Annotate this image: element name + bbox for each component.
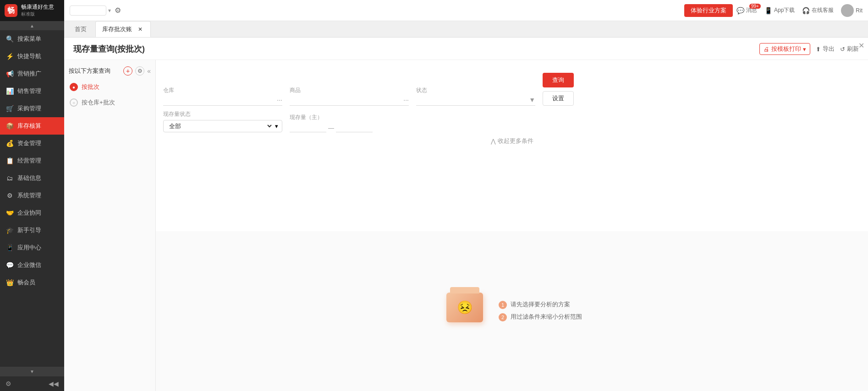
- warehouse-label: 仓库: [163, 87, 282, 94]
- tab-close-button[interactable]: ✕: [137, 26, 144, 33]
- filter-area: 仓库 ··· 商品 ···: [156, 60, 868, 231]
- app-center-icon: 📱: [5, 244, 14, 252]
- sidebar-item-system[interactable]: ⚙ 系统管理: [0, 187, 64, 204]
- home-tab-label: 首页: [75, 25, 87, 33]
- sidebar-scroll-up[interactable]: ▲: [0, 21, 64, 30]
- tip-1-text: 请先选择要分析的方案: [511, 300, 570, 309]
- sidebar-item-wechat[interactable]: 💬 企业微信: [0, 256, 64, 274]
- stock-status-select[interactable]: 全部 有库存 无库存: [167, 122, 273, 130]
- trial-button[interactable]: 体验行业方案: [684, 4, 733, 17]
- export-button[interactable]: ⬆ 导出: [816, 45, 835, 53]
- product-input[interactable]: [290, 97, 401, 103]
- breadcrumb-input[interactable]: [70, 5, 106, 16]
- sidebar-scroll-down[interactable]: ▼: [0, 367, 64, 376]
- range-dash: —: [328, 125, 334, 131]
- app-download-label: App下载: [774, 6, 795, 14]
- filter-status: 状态 ▼: [416, 87, 535, 106]
- stock-main-min-input[interactable]: [290, 123, 326, 132]
- collapse-sidebar-icon[interactable]: ◀◀: [49, 380, 59, 387]
- close-panel-button[interactable]: ✕: [858, 41, 864, 50]
- messages-action[interactable]: 💬 消息 99+: [736, 6, 757, 14]
- sidebar-item-label: 系统管理: [17, 191, 41, 200]
- print-button[interactable]: 🖨 按模板打印 ▾: [759, 43, 810, 55]
- scheme-settings-button[interactable]: ⚙: [135, 66, 144, 76]
- sidebar-item-label: 畅会员: [17, 278, 35, 287]
- scheme-header: 按以下方案查询 + ⚙ «: [64, 65, 155, 79]
- inventory-batch-tab-label: 库存批次账: [102, 25, 132, 33]
- product-dots[interactable]: ···: [403, 96, 409, 103]
- empty-tips: 1 请先选择要分析的方案 2 用过滤条件来缩小分析范围: [499, 300, 582, 321]
- refresh-button[interactable]: ↺ 刷新: [840, 45, 859, 53]
- sidebar-item-guide[interactable]: 🎓 新手引导: [0, 222, 64, 239]
- query-button[interactable]: 查询: [543, 73, 574, 87]
- sidebar-item-finance[interactable]: 💰 资金管理: [0, 135, 64, 152]
- settings-icon[interactable]: ⚙: [115, 6, 121, 15]
- settings-bottom-icon[interactable]: ⚙: [5, 380, 11, 387]
- sidebar-item-basic[interactable]: 🗂 基础信息: [0, 169, 64, 187]
- user-action[interactable]: Rit: [841, 4, 863, 17]
- scheme-panel: 按以下方案查询 + ⚙ « ● 按批次 ○ 按仓库+批次: [64, 60, 156, 391]
- online-service-label: 在线客服: [812, 6, 834, 14]
- collapse-more-conditions[interactable]: ⋀ 收起更多条件: [163, 134, 861, 148]
- filter-actions: 查询 设置: [543, 65, 574, 106]
- message-icon: 💬: [736, 7, 744, 14]
- sidebar-item-inventory[interactable]: 📦 库存核算: [0, 117, 64, 135]
- filter-settings-button[interactable]: 设置: [543, 91, 574, 106]
- app-version: 标准版: [21, 11, 54, 17]
- main-area: ▾ ⚙ 体验行业方案 💬 消息 99+ 📱 App下载 🎧 在线客服 Rit: [64, 0, 868, 391]
- warehouse-dots[interactable]: ···: [277, 96, 282, 103]
- topbar-breadcrumb: ▾: [70, 5, 111, 16]
- sidebar-item-marketing[interactable]: 📢 营销推广: [0, 65, 64, 82]
- tip-num-1: 1: [499, 301, 507, 309]
- sidebar-item-member[interactable]: 👑 畅会员: [0, 274, 64, 291]
- sidebar-item-sales[interactable]: 📊 销售管理: [0, 82, 64, 100]
- sidebar-item-search[interactable]: 🔍 搜索菜单: [0, 30, 64, 48]
- status-chevron-icon[interactable]: ▼: [529, 96, 535, 103]
- scheme-header-label: 按以下方案查询: [69, 67, 110, 75]
- scheme-collapse-button[interactable]: «: [147, 67, 151, 75]
- tab-home[interactable]: 首页: [68, 21, 93, 37]
- refresh-icon: ↺: [840, 46, 845, 53]
- headset-icon: 🎧: [802, 7, 810, 14]
- warehouse-input[interactable]: [163, 97, 275, 103]
- filter-stock-status: 现存量状态 全部 有库存 无库存 ▾: [163, 110, 282, 132]
- main-body: 按以下方案查询 + ⚙ « ● 按批次 ○ 按仓库+批次: [64, 60, 868, 391]
- status-input[interactable]: [416, 97, 527, 103]
- purchase-icon: 🛒: [5, 104, 14, 113]
- scheme-item-by-warehouse-batch[interactable]: ○ 按仓库+批次: [64, 95, 155, 110]
- sidebar-item-app-center[interactable]: 📱 应用中心: [0, 239, 64, 256]
- sidebar-item-enterprise[interactable]: 🤝 企业协同: [0, 204, 64, 222]
- sidebar-item-label: 基础信息: [17, 174, 41, 182]
- sidebar-item-label: 销售管理: [17, 87, 41, 95]
- stock-status-select-wrap[interactable]: 全部 有库存 无库存 ▾: [163, 120, 282, 132]
- scheme-add-button[interactable]: +: [123, 66, 132, 76]
- wechat-icon: 💬: [5, 261, 14, 269]
- system-icon: ⚙: [5, 191, 14, 200]
- filter-stock-main: 现存量（主） —: [290, 114, 409, 132]
- tab-inventory-batch[interactable]: 库存批次账 ✕: [95, 21, 151, 37]
- scheme-item-by-batch[interactable]: ● 按批次: [64, 79, 155, 95]
- enterprise-icon: 🤝: [5, 209, 14, 217]
- app-logo: 畅: [5, 4, 17, 17]
- sidebar-item-operations[interactable]: 📋 经营管理: [0, 152, 64, 169]
- filter-product: 商品 ···: [290, 87, 409, 106]
- online-service-action[interactable]: 🎧 在线客服: [802, 6, 834, 14]
- app-download-action[interactable]: 📱 App下载: [764, 6, 795, 14]
- sidebar-item-label: 库存核算: [17, 122, 41, 130]
- stock-main-max-input[interactable]: [336, 123, 373, 132]
- collapse-label: 收起更多条件: [498, 137, 533, 145]
- product-input-wrap: ···: [290, 96, 409, 106]
- stock-main-range: —: [290, 123, 409, 132]
- breadcrumb-chevron-icon: ▾: [108, 7, 111, 14]
- basic-icon: 🗂: [5, 174, 14, 182]
- sidebar-item-label: 企业协同: [17, 209, 41, 217]
- sidebar-item-label: 经营管理: [17, 157, 41, 165]
- sidebar-item-quick-nav[interactable]: ⚡ 快捷导航: [0, 48, 64, 65]
- page-panel: 现存量查询(按批次) 🖨 按模板打印 ▾ ⬆ 导出 ↺ 刷新: [64, 38, 868, 391]
- sidebar-item-purchase[interactable]: 🛒 采购管理: [0, 100, 64, 117]
- tip-2-text: 用过滤条件来缩小分析范围: [511, 313, 582, 321]
- app-info: 畅康通好生意 标准版: [21, 4, 54, 17]
- sidebar-nav: 🔍 搜索菜单 ⚡ 快捷导航 📢 营销推广 📊 销售管理 🛒 采购管理 📦 库存核…: [0, 30, 64, 367]
- print-label: 按模板打印: [771, 45, 801, 53]
- page-header-actions: 🖨 按模板打印 ▾ ⬆ 导出 ↺ 刷新: [759, 43, 859, 55]
